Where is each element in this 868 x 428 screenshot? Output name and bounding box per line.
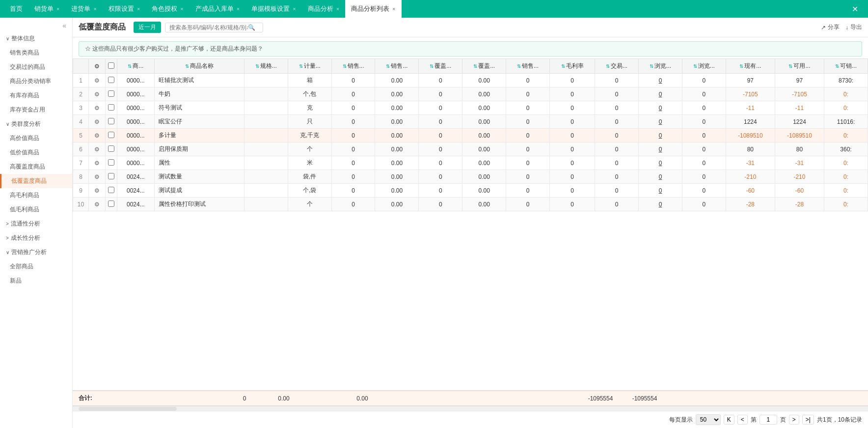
spec-col-header[interactable]: ⇅规格... [244, 59, 288, 74]
settings-cell[interactable]: ⚙ [89, 101, 106, 115]
time-filter-button[interactable]: 近一月 [134, 22, 161, 33]
row-checkbox[interactable] [108, 145, 114, 152]
close-icon[interactable]: × [137, 6, 140, 12]
last-page-button[interactable]: >| [802, 415, 814, 425]
select-all-checkbox[interactable] [108, 62, 114, 69]
export-button[interactable]: ↓ 导出 [845, 23, 862, 31]
settings-cell[interactable]: ⚙ [89, 198, 106, 211]
nav-item-product-analysis[interactable]: 商品分析 × [302, 0, 345, 18]
browse1-cell[interactable]: 0 [639, 115, 682, 129]
settings-col-header[interactable]: ⚙ [89, 59, 106, 74]
stock-col-header[interactable]: ⇅现有... [726, 59, 775, 74]
sales-amt-col-header[interactable]: ⇅销售... [375, 59, 419, 74]
checkbox-cell[interactable] [105, 74, 117, 87]
checkbox-col-header[interactable] [105, 59, 117, 74]
close-icon[interactable]: × [56, 6, 59, 12]
close-icon[interactable]: × [237, 6, 240, 12]
sidebar-item-low-coverage[interactable]: 低覆盖度商品 [0, 174, 72, 188]
row-checkbox[interactable] [108, 77, 114, 83]
sidebar-collapse-button[interactable]: « [62, 22, 66, 29]
nav-item-roles[interactable]: 角色授权 × [146, 0, 189, 18]
settings-cell[interactable]: ⚙ [89, 143, 106, 156]
row-checkbox[interactable] [108, 200, 114, 207]
close-icon[interactable]: × [93, 6, 96, 12]
browse1-cell[interactable]: 0 [639, 74, 682, 87]
checkbox-cell[interactable] [105, 101, 117, 115]
available-col-header[interactable]: ⇅可用... [775, 59, 824, 74]
sidebar-item-high-value[interactable]: 高价值商品 [0, 131, 72, 145]
checkbox-cell[interactable] [105, 198, 117, 211]
close-icon[interactable]: × [392, 6, 395, 12]
browse1-cell[interactable]: 0 [639, 101, 682, 115]
nav-item-home[interactable]: 首页 [4, 0, 28, 18]
browse1-cell[interactable]: 0 [639, 87, 682, 101]
sellable-col-header[interactable]: ⇅可销... [824, 59, 868, 74]
row-checkbox[interactable] [108, 173, 114, 179]
browse1-cell[interactable]: 0 [639, 129, 682, 143]
row-checkbox[interactable] [108, 132, 114, 138]
first-page-button[interactable]: K [724, 415, 734, 425]
sidebar-item-inventory-capital[interactable]: 库存资金占用 [0, 103, 72, 117]
browse1-cell[interactable]: 0 [639, 156, 682, 170]
nav-item-template[interactable]: 单据模板设置 × [245, 0, 301, 18]
nav-item-product-entry[interactable]: 产成品入库单 × [190, 0, 245, 18]
unit-col-header[interactable]: ⇅计量... [288, 59, 331, 74]
nav-item-sales[interactable]: 销货单 × [28, 0, 65, 18]
close-icon[interactable]: × [293, 6, 296, 12]
name-col-header[interactable]: ⇅商品名称 [155, 59, 244, 74]
sidebar-item-low-margin[interactable]: 低毛利商品 [0, 202, 72, 217]
window-close-button[interactable]: ✕ [846, 4, 864, 14]
sidebar-item-high-margin[interactable]: 高毛利商品 [0, 188, 72, 202]
close-icon[interactable]: × [180, 6, 183, 12]
settings-cell[interactable]: ⚙ [89, 87, 106, 101]
browse1-cell[interactable]: 0 [639, 143, 682, 156]
row-checkbox[interactable] [108, 159, 114, 166]
code-col-header[interactable]: ⇅商... [117, 59, 155, 74]
settings-cell[interactable]: ⚙ [89, 129, 106, 143]
sidebar-item-new-goods[interactable]: 新品 [0, 274, 72, 288]
sidebar-item-traded-goods[interactable]: 交易过的商品 [0, 60, 72, 74]
sidebar-section-growth[interactable]: > 成长性分析 [0, 231, 72, 245]
row-checkbox[interactable] [108, 90, 114, 97]
page-number-input[interactable] [760, 415, 777, 425]
sidebar-section-cluster[interactable]: ∨ 类群度分析 [0, 117, 72, 131]
checkbox-cell[interactable] [105, 129, 117, 143]
checkbox-cell[interactable] [105, 115, 117, 129]
browse1-cell[interactable]: 0 [639, 170, 682, 184]
prev-page-button[interactable]: < [737, 415, 748, 425]
nav-item-purchase[interactable]: 进货单 × [65, 0, 102, 18]
sidebar-section-liquidity[interactable]: > 流通性分析 [0, 217, 72, 231]
sidebar-item-stocked-goods[interactable]: 有库存商品 [0, 88, 72, 103]
browse2-col-header[interactable]: ⇅浏览... [682, 59, 726, 74]
nav-item-permissions[interactable]: 权限设置 × [103, 0, 146, 18]
trade-col-header[interactable]: ⇅交易... [595, 59, 639, 74]
next-page-button[interactable]: > [789, 415, 799, 425]
sidebar-section-overall[interactable]: ∨ 整体信息 [0, 31, 72, 46]
sidebar-item-sales-goods[interactable]: 销售类商品 [0, 46, 72, 60]
settings-cell[interactable]: ⚙ [89, 184, 106, 198]
browse1-cell[interactable]: 0 [639, 198, 682, 211]
sidebar-item-all-goods[interactable]: 全部商品 [0, 259, 72, 274]
checkbox-cell[interactable] [105, 156, 117, 170]
checkbox-cell[interactable] [105, 170, 117, 184]
page-size-select[interactable]: 50 100 200 [696, 414, 721, 425]
sidebar-item-category-rate[interactable]: 商品分类动销率 [0, 74, 72, 88]
sidebar-item-high-coverage[interactable]: 高覆盖度商品 [0, 160, 72, 174]
table-container[interactable]: ⚙ ⇅商... ⇅商品名称 ⇅规格... ⇅计量... ⇅销售... ⇅销售..… [73, 58, 868, 390]
gross-col-header[interactable]: ⇅毛利率 [549, 59, 595, 74]
browse1-cell[interactable]: 0 [639, 184, 682, 198]
settings-cell[interactable]: ⚙ [89, 115, 106, 129]
settings-cell[interactable]: ⚙ [89, 156, 106, 170]
sidebar-section-marketing[interactable]: ∨ 营销推广分析 [0, 245, 72, 259]
sales3-col-header[interactable]: ⇅销售... [506, 59, 550, 74]
row-checkbox[interactable] [108, 187, 114, 193]
checkbox-cell[interactable] [105, 184, 117, 198]
row-checkbox[interactable] [108, 118, 114, 124]
sidebar-item-low-value[interactable]: 低价值商品 [0, 145, 72, 160]
browse1-col-header[interactable]: ⇅浏览... [639, 59, 682, 74]
share-button[interactable]: ↗ 分享 [821, 23, 840, 31]
close-icon[interactable]: × [336, 6, 339, 12]
checkbox-cell[interactable] [105, 143, 117, 156]
search-input[interactable] [169, 24, 248, 31]
nav-item-product-analysis-list[interactable]: 商品分析列表 × [345, 0, 401, 18]
